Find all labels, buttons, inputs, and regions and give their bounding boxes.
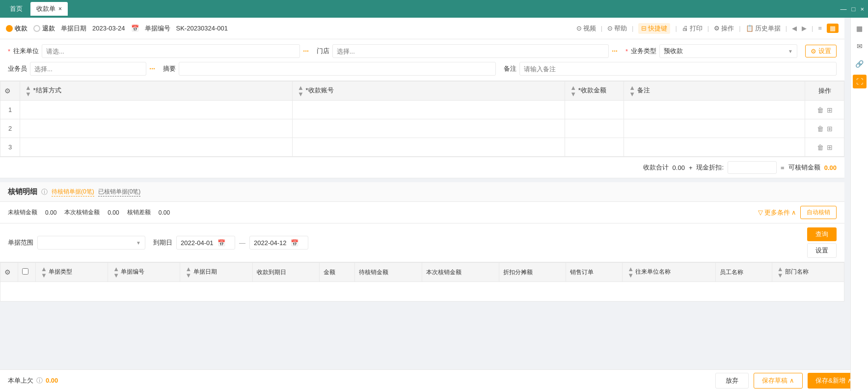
- biz-type-field: * 业务类型 预收款 ▼: [625, 44, 797, 58]
- row-2-settlement[interactable]: [20, 119, 293, 138]
- sort-arrows: ▲▼: [298, 84, 304, 97]
- pending-tab[interactable]: 待核销单据(0笔): [52, 188, 94, 196]
- done-tab[interactable]: 已核销单据(0笔): [98, 188, 141, 196]
- date-from-input[interactable]: 2022-04-01 📅: [176, 236, 235, 250]
- tab-home[interactable]: 首页: [4, 2, 28, 16]
- date-from-value: 2022-04-01: [181, 239, 214, 247]
- select-all-checkbox[interactable]: [22, 268, 28, 275]
- staff-more-btn[interactable]: ···: [149, 65, 155, 73]
- row-3-copy-icon[interactable]: ⊞: [827, 143, 833, 151]
- video-btn[interactable]: ⊙ 视频: [576, 24, 596, 33]
- history-btn[interactable]: 📋 历史单据: [746, 24, 781, 33]
- due-date-col: 收款到期日: [252, 263, 319, 282]
- tab-receipt[interactable]: 收款单 ×: [30, 2, 68, 16]
- info-icon-small: ⓘ: [36, 376, 43, 385]
- row-1-copy-icon[interactable]: ⊞: [827, 106, 833, 114]
- search-settings-btn[interactable]: 设置: [807, 243, 837, 258]
- table-row: 2 🗑 ⊞: [0, 119, 844, 138]
- sidebar-table-icon[interactable]: ▦: [853, 22, 867, 35]
- amount-col: 金额: [319, 263, 355, 282]
- row-2-account[interactable]: [293, 119, 565, 138]
- range-select[interactable]: ▼: [37, 236, 145, 250]
- row-3-delete-icon[interactable]: 🗑: [817, 143, 824, 151]
- number-value: SK-20230324-001: [176, 25, 228, 32]
- unverified-value: 0.00: [45, 209, 56, 216]
- gear-icon: ⚙: [811, 48, 816, 55]
- more-filter-btn[interactable]: ▽ 更多条件 ∧: [758, 208, 796, 217]
- sidebar-expand-icon[interactable]: ⛶: [853, 75, 867, 88]
- stats-row: 未核销金额 0.00 本次核销金额 0.00 核销差额 0.00 ▽ 更多条件 …: [0, 202, 844, 223]
- settings-button[interactable]: ⚙ 设置: [805, 45, 837, 57]
- sidebar-mail-icon[interactable]: ✉: [853, 39, 867, 53]
- row-1-actions: 🗑 ⊞: [809, 106, 840, 114]
- net-label: 可核销金额: [788, 163, 820, 172]
- refund-radio[interactable]: 退款: [33, 24, 55, 33]
- summary-field: 摘要: [163, 62, 496, 76]
- row-2-copy-icon[interactable]: ⊞: [827, 125, 833, 133]
- receipt-radio-dot: [6, 25, 13, 32]
- row-1-delete-icon[interactable]: 🗑: [817, 106, 824, 114]
- close-btn[interactable]: ×: [860, 5, 864, 13]
- save-draft-btn[interactable]: 保存草稿 ∧: [754, 373, 803, 389]
- print-btn[interactable]: 🖨 打印: [682, 24, 703, 33]
- store-input[interactable]: [332, 44, 609, 58]
- store-more-btn[interactable]: ···: [612, 47, 618, 55]
- discount-input[interactable]: [728, 161, 777, 174]
- sort-arrows: ▲▼: [777, 266, 784, 279]
- row-3-account[interactable]: [293, 138, 565, 157]
- footer-right: 放弃 保存草稿 ∧ 保存&新增 ∧: [715, 373, 860, 389]
- tab-close-icon[interactable]: ×: [58, 5, 62, 12]
- auto-verify-btn[interactable]: 自动核销: [800, 206, 837, 219]
- row-1-settlement[interactable]: [20, 101, 293, 119]
- row-1-amount[interactable]: [565, 101, 624, 119]
- remarks-input[interactable]: [519, 62, 837, 76]
- video-icon: ⊙: [576, 25, 582, 32]
- maximize-btn[interactable]: □: [852, 5, 856, 13]
- window-controls: — □ ×: [841, 5, 864, 13]
- receipt-radio[interactable]: 收款: [6, 24, 27, 33]
- counterpart-input[interactable]: [42, 44, 300, 58]
- row-2-amount[interactable]: [565, 119, 624, 138]
- counterpart-more-btn[interactable]: ···: [303, 47, 309, 55]
- calendar-icon[interactable]: 📅: [131, 25, 139, 32]
- grid-icon[interactable]: ▦: [827, 24, 839, 33]
- table-row: 1 🗑 ⊞: [0, 101, 844, 119]
- minimize-btn[interactable]: —: [841, 5, 847, 13]
- remarks-field: 备注: [504, 62, 837, 76]
- row-1-account[interactable]: [293, 101, 565, 119]
- operation-icon: ⚙: [714, 25, 720, 32]
- help-btn[interactable]: ⊙ 帮助: [607, 24, 627, 33]
- due-label: 到期日: [153, 238, 172, 247]
- sort-arrows: ▲▼: [570, 84, 576, 97]
- row-2-remarks[interactable]: [624, 119, 805, 138]
- counterpart-label: 往来单位: [13, 47, 39, 56]
- row-3-settlement[interactable]: [20, 138, 293, 157]
- row-3-amount[interactable]: [565, 138, 624, 157]
- operation-btn[interactable]: ⚙ 操作: [714, 24, 734, 33]
- info-icon: ⓘ: [41, 188, 48, 196]
- staff-input[interactable]: [30, 62, 146, 76]
- date-to-input[interactable]: 2022-04-12 📅: [249, 236, 308, 250]
- sort-arrows: ▲▼: [25, 84, 31, 97]
- row-2-delete-icon[interactable]: 🗑: [817, 125, 824, 133]
- menu-icon[interactable]: ≡: [818, 25, 822, 32]
- bottom-gear-icon[interactable]: ⚙: [4, 268, 11, 276]
- nav-prev-icon[interactable]: ◀: [792, 25, 797, 32]
- discount-label: 现金折扣:: [696, 163, 724, 172]
- summary-row: 收款合计 0.00 + 现金折扣: = 可核销金额 0.00: [0, 157, 844, 178]
- biz-type-select[interactable]: 预收款 ▼: [659, 44, 797, 58]
- row-3-remarks[interactable]: [624, 138, 805, 157]
- dept-col: ▲▼ 部门名称: [772, 263, 844, 282]
- toolbar: 收款 退款 单据日期 2023-03-24 📅 单据编号 SK-20230324…: [0, 18, 844, 39]
- range-field: 单据范围 ▼: [8, 236, 145, 250]
- summary-input[interactable]: [179, 62, 496, 76]
- table-gear-icon[interactable]: ⚙: [4, 87, 11, 95]
- sidebar-clip-icon[interactable]: 🔗: [853, 57, 867, 71]
- nav-next-icon[interactable]: ▶: [802, 25, 807, 32]
- query-btn[interactable]: 查询: [807, 227, 837, 241]
- discard-btn[interactable]: 放弃: [715, 373, 749, 389]
- date-to-value: 2022-04-12: [254, 239, 287, 247]
- row-1-remarks[interactable]: [624, 101, 805, 119]
- refund-radio-dot: [33, 25, 40, 32]
- shortcut-btn[interactable]: ⊟ 快捷键: [638, 23, 670, 34]
